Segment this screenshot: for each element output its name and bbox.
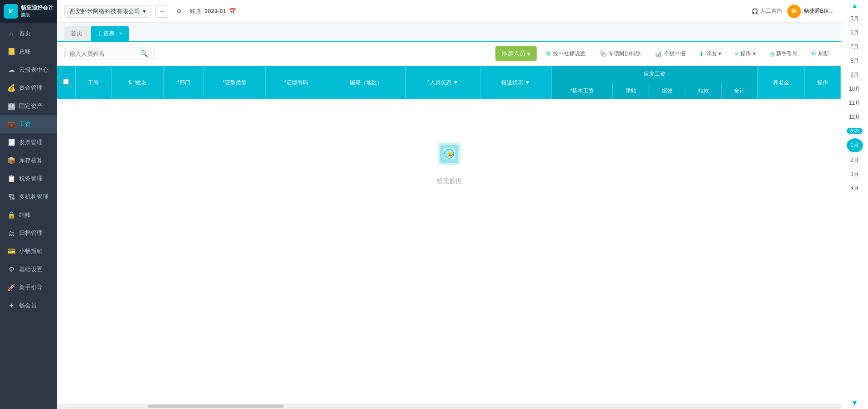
tab-salary[interactable]: 工资表 × <box>91 26 129 41</box>
filter-icon-status[interactable]: ▼ <box>453 79 458 86</box>
th-name: ⇅ *姓名 <box>112 66 164 99</box>
month-item-1[interactable]: 1月 <box>847 138 863 152</box>
sidebar-item-fixed-assets[interactable]: 🏢 固定资产 <box>0 97 57 115</box>
add-person-dropdown-icon: ▾ <box>527 50 530 57</box>
sidebar-item-cloud-report[interactable]: ☁ 云报表中心 <box>0 61 57 79</box>
sidebar-item-home[interactable]: ⌂ 首页 <box>0 24 57 43</box>
ledger-icon: 📒 <box>7 48 15 56</box>
search-input[interactable] <box>69 50 137 57</box>
sidebar-item-tax-label: 税务管理 <box>19 175 43 183</box>
sidebar-item-ledger-label: 总账 <box>19 48 31 56</box>
company-name: 西安虾米网络科技有限公司 <box>69 7 140 15</box>
month-item-2[interactable]: 2月 <box>841 153 868 167</box>
sidebar-item-inventory-label: 库存核算 <box>19 156 43 165</box>
sidebar-item-guide[interactable]: 🚀 新手引导 <box>0 278 57 297</box>
tab-home[interactable]: 首页 <box>64 26 89 41</box>
social-security-button[interactable]: ⚙ 统一社保设置 <box>541 47 590 60</box>
guide-btn-icon: ◎ <box>769 50 774 57</box>
month-item-10[interactable]: 10月 <box>841 82 868 96</box>
period-value[interactable]: 2023-01 <box>204 8 226 15</box>
h-scrollbar-thumb[interactable] <box>148 404 284 408</box>
tax-report-icon: 📊 <box>655 50 662 57</box>
svg-text:😐: 😐 <box>447 151 453 157</box>
sidebar-item-inventory[interactable]: 📦 库存核算 <box>0 151 57 170</box>
month-item-5[interactable]: 5月 <box>841 12 868 26</box>
sidebar-item-invoice[interactable]: 🧾 发票管理 <box>0 133 57 151</box>
refresh-button[interactable]: ↻ 刷新 <box>807 47 834 60</box>
sidebar-item-ledger[interactable]: 📒 总账 <box>0 43 57 61</box>
sidebar-item-expense[interactable]: 💳 小畅报销 <box>0 242 57 260</box>
user-menu[interactable]: 畅 畅捷通B组... <box>787 5 834 18</box>
expense-icon: 💳 <box>7 247 15 255</box>
h-scrollbar[interactable] <box>57 404 841 409</box>
sidebar-item-salary[interactable]: 💼 工资 <box>0 115 57 133</box>
sidebar-item-archive[interactable]: 🗂 归档管理 <box>0 224 57 242</box>
sidebar-item-tax[interactable]: 📋 税务管理 <box>0 170 57 188</box>
tab-salary-close[interactable]: × <box>119 30 122 37</box>
month-item-12[interactable]: 12月 <box>841 110 868 124</box>
tax-icon: 📋 <box>7 175 15 183</box>
empty-text: 暂无数据 <box>436 177 462 185</box>
th-allowance: 津贴 <box>613 83 649 99</box>
th-id-type: *证型类型 <box>204 66 266 99</box>
search-wrap: 🔍 <box>64 48 155 59</box>
filter-icon-report[interactable]: ▼ <box>525 79 530 86</box>
month-item-7[interactable]: 7月 <box>841 40 868 54</box>
header: 西安虾米网络科技有限公司 ▾ ＋ ⚙ 账期 2023-01 📅 🎧 人工咨询 畅… <box>57 0 841 23</box>
sidebar-item-member[interactable]: ✦ 畅会员 <box>0 297 57 315</box>
guide-button[interactable]: ◎ 新手引导 <box>765 47 802 60</box>
app-logo: 好 畅应通好会计 旗版 <box>0 0 57 23</box>
th-id: 工号 <box>75 66 112 99</box>
guide-label: 新手引导 <box>776 50 798 58</box>
month-item-8[interactable]: 8月 <box>841 54 868 68</box>
th-total: 合计 <box>721 83 757 99</box>
sidebar-item-expense-label: 小畅报销 <box>19 247 43 255</box>
sidebar-item-close-period[interactable]: 🔒 结账 <box>0 206 57 224</box>
archive-icon: 🗂 <box>7 229 15 237</box>
sidebar-item-fund[interactable]: 💰 资金管理 <box>0 79 57 97</box>
th-dept: *部门 <box>164 66 204 99</box>
th-country: 国籍（地区） <box>327 66 405 99</box>
empty-icon: 😐 <box>431 136 467 172</box>
operations-button[interactable]: ≡ 操作 ▾ <box>730 47 760 60</box>
tab-bar: 首页 工资表 × <box>57 23 841 42</box>
period-label: 账期 <box>190 7 202 15</box>
sidebar-item-multi-org[interactable]: 🏗 多机构管理 <box>0 188 57 206</box>
month-list: 5月 6月 7月 8月 9月 10月 11月 12月 2023 1月 2月 3月… <box>841 12 868 397</box>
settings-button[interactable]: ⚙ <box>173 5 185 18</box>
th-pension: 养老金 <box>757 66 804 99</box>
settings-icon: ⚙ <box>7 265 15 273</box>
add-company-button[interactable]: ＋ <box>155 5 168 18</box>
right-month-panel: ▲ 5月 6月 7月 8月 9月 10月 11月 12月 2023 1月 2月 … <box>841 0 868 409</box>
month-nav-down[interactable]: ▼ <box>841 397 868 409</box>
sidebar-item-salary-label: 工资 <box>19 120 31 128</box>
app-edition: 旗版 <box>21 12 53 18</box>
calendar-icon[interactable]: 📅 <box>229 8 236 15</box>
fund-icon: 💰 <box>7 84 15 92</box>
tab-home-label: 首页 <box>71 30 82 37</box>
social-security-icon: ⚙ <box>546 50 551 57</box>
month-item-6[interactable]: 6月 <box>841 26 868 40</box>
home-icon: ⌂ <box>7 30 15 38</box>
month-item-4[interactable]: 4月 <box>841 181 868 195</box>
month-item-9[interactable]: 9月 <box>841 68 868 82</box>
sidebar-item-cloud-report-label: 云报表中心 <box>19 66 48 74</box>
th-base-salary: *基本工资 <box>551 83 613 99</box>
month-item-11[interactable]: 11月 <box>841 96 868 110</box>
company-selector[interactable]: 西安虾米网络科技有限公司 ▾ <box>64 5 151 18</box>
th-operations: 操作 <box>805 66 841 99</box>
month-item-3[interactable]: 3月 <box>841 167 868 181</box>
guide-icon: 🚀 <box>7 283 15 292</box>
select-all-checkbox[interactable] <box>63 79 69 85</box>
service-button[interactable]: 🎧 人工咨询 <box>752 7 782 15</box>
avatar: 畅 <box>787 5 801 18</box>
export-button[interactable]: ⬇ 导出 ▾ <box>694 47 726 60</box>
add-person-button[interactable]: 添加人员 ▾ <box>495 46 537 61</box>
sidebar-item-multi-org-label: 多机构管理 <box>19 193 48 201</box>
sidebar-item-settings[interactable]: ⚙ 基础设置 <box>0 260 57 278</box>
month-nav-up[interactable]: ▲ <box>841 0 868 12</box>
export-label: 导出 <box>706 50 717 58</box>
special-deduction-button[interactable]: 📎 专项附加扣除 <box>595 47 645 60</box>
tax-report-button[interactable]: 📊 个税申报 <box>650 47 690 60</box>
th-performance: 绩效 <box>649 83 685 99</box>
